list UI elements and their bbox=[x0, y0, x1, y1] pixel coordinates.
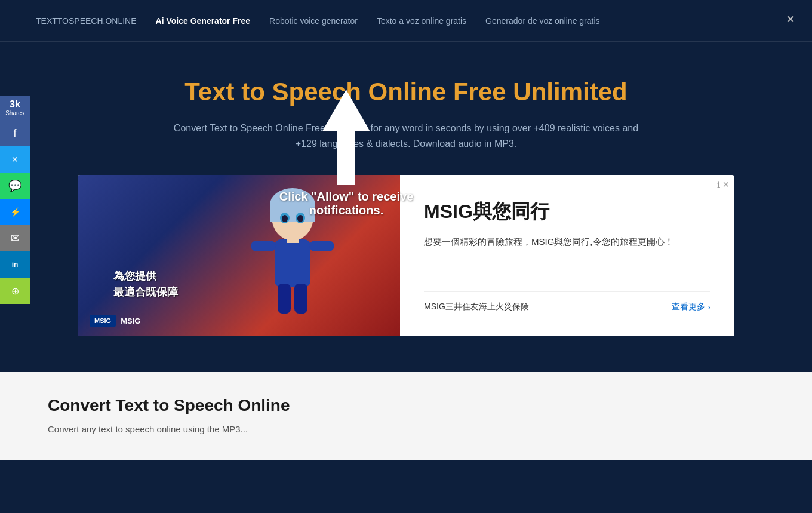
messenger-icon: ⚡ bbox=[10, 207, 20, 217]
svg-rect-9 bbox=[287, 236, 299, 243]
bottom-section: Convert Text to Speech Online Convert an… bbox=[0, 372, 812, 460]
bottom-desc: Convert any text to speech online using … bbox=[48, 422, 764, 437]
whatsapp-icon: 💬 bbox=[8, 179, 21, 192]
twitter-share-button[interactable]: ✕ bbox=[0, 146, 30, 173]
share-count-block: 3k Shares bbox=[0, 96, 30, 120]
svg-rect-8 bbox=[275, 239, 310, 287]
nav-ai-voice[interactable]: Ai Voice Generator Free bbox=[156, 16, 250, 26]
facebook-share-button[interactable]: f bbox=[0, 120, 30, 146]
ad-info-button[interactable]: ℹ bbox=[717, 180, 720, 189]
header: TEXTTOSPEECH.ONLINE Ai Voice Generator F… bbox=[0, 0, 812, 42]
msig-logo-text: MSIG bbox=[121, 317, 140, 325]
ad-footer-brand: MSIG三井住友海上火災保険 bbox=[424, 302, 529, 312]
nav-robotic[interactable]: Robotic voice generator bbox=[269, 16, 358, 26]
sharethis-icon: ⊕ bbox=[11, 285, 19, 297]
arrow-up-icon bbox=[322, 90, 370, 185]
ad-image-text: 為您提供 最適合既保障 bbox=[113, 268, 178, 300]
ad-logo-area: MSIG MSIG bbox=[90, 315, 140, 327]
ad-text-line1: 為您提供 bbox=[113, 268, 178, 284]
header-nav: TEXTTOSPEECH.ONLINE Ai Voice Generator F… bbox=[36, 16, 600, 26]
bottom-title: Convert Text to Speech Online bbox=[48, 396, 764, 415]
ad-learn-more-link[interactable]: 查看更多 › bbox=[672, 302, 710, 312]
twitter-icon: ✕ bbox=[11, 155, 19, 164]
linkedin-share-button[interactable]: in bbox=[0, 251, 30, 278]
ad-brand-desc: 想要一個精彩的冒險旅程，MSIG與您同行,令您的旅程更開心！ bbox=[424, 235, 710, 249]
notification-text: Click "Allow" to receive notifications. bbox=[279, 190, 414, 217]
ad-learn-more-text: 查看更多 bbox=[672, 302, 705, 312]
ad-controls: ℹ ✕ bbox=[717, 180, 730, 189]
nav-texto[interactable]: Texto a voz online gratis bbox=[377, 16, 466, 26]
email-icon: ✉ bbox=[11, 232, 20, 245]
share-count-label: Shares bbox=[0, 110, 30, 116]
ad-chevron-right-icon: › bbox=[708, 302, 710, 312]
social-sidebar: 3k Shares f ✕ 💬 ⚡ ✉ in ⊕ bbox=[0, 96, 30, 304]
nav-generador[interactable]: Generador de voz online gratis bbox=[485, 16, 599, 26]
svg-rect-10 bbox=[251, 241, 276, 251]
email-share-button[interactable]: ✉ bbox=[0, 225, 30, 251]
notification-overlay: Click "Allow" to receive notifications. bbox=[279, 90, 414, 217]
msig-logo-label: MSIG bbox=[94, 317, 111, 324]
notification-line1: Click "Allow" to receive bbox=[279, 190, 414, 203]
messenger-share-button[interactable]: ⚡ bbox=[0, 199, 30, 225]
whatsapp-share-button[interactable]: 💬 bbox=[0, 173, 30, 199]
svg-marker-0 bbox=[322, 90, 370, 185]
facebook-icon: f bbox=[13, 127, 16, 140]
sharethis-button[interactable]: ⊕ bbox=[0, 278, 30, 304]
ad-content-section: MSIG與您同行 想要一個精彩的冒險旅程，MSIG與您同行,令您的旅程更開心！ … bbox=[400, 175, 734, 336]
nav-home[interactable]: TEXTTOSPEECH.ONLINE bbox=[36, 16, 137, 26]
svg-rect-13 bbox=[294, 284, 307, 314]
ad-text-line2: 最適合既保障 bbox=[113, 284, 178, 300]
ad-close-button[interactable]: ✕ bbox=[722, 180, 730, 189]
ad-footer: MSIG三井住友海上火災保険 查看更多 › bbox=[424, 291, 710, 312]
share-count-number: 3k bbox=[0, 99, 30, 110]
ad-brand-title: MSIG與您同行 bbox=[424, 199, 710, 225]
main-content: Click "Allow" to receive notifications. … bbox=[0, 42, 812, 360]
close-button[interactable]: × bbox=[781, 10, 800, 29]
svg-rect-11 bbox=[309, 241, 334, 251]
linkedin-icon: in bbox=[12, 260, 19, 269]
msig-logo-box: MSIG bbox=[90, 315, 116, 327]
svg-rect-12 bbox=[278, 284, 291, 314]
notification-line2: notifications. bbox=[309, 204, 383, 217]
